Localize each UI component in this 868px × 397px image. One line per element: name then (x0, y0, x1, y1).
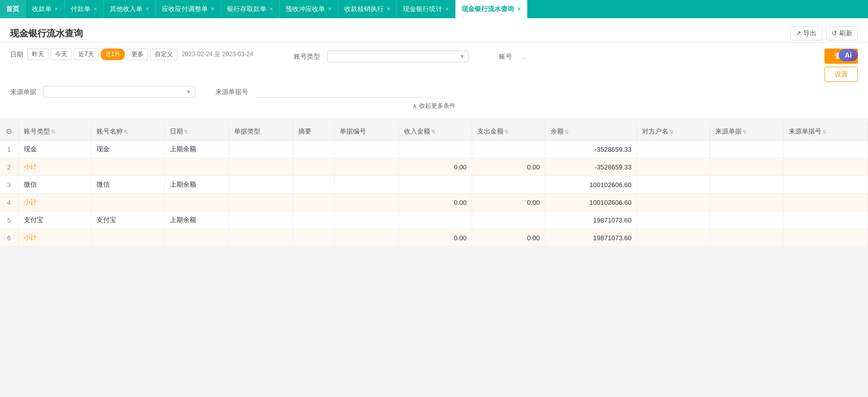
account-type-label: 账号类型 (294, 52, 320, 61)
cell-index: 6 (0, 229, 18, 247)
cell-account_name (92, 229, 165, 247)
col-header-counterpart[interactable]: 对方户名⇅ (637, 123, 710, 141)
cell-source_doc (710, 176, 783, 194)
date-shortcut-更多[interactable]: 更多 (127, 49, 148, 60)
export-label: 导出 (803, 29, 816, 38)
nav-tab-label: 其他收入单 (110, 5, 143, 14)
col-header-doc_type: 单据类型 (229, 123, 293, 141)
col-header-income[interactable]: 收入金额⇅ (399, 123, 472, 141)
nav-home[interactable]: 首页 (0, 0, 26, 18)
col-header-date[interactable]: 日期⇅ (164, 123, 229, 141)
date-shortcut-近1月[interactable]: 近1月 (101, 49, 125, 60)
date-filter-row: 日期 昨天今天近7天近1月更多自定义 2023-02-24 至 2023-03-… (10, 49, 253, 60)
date-label: 日期 (10, 50, 23, 59)
nav-tab-收款核销执行[interactable]: 收款核销执行× (338, 0, 397, 18)
nav-tab-预收冲应收单[interactable]: 预收冲应收单× (280, 0, 338, 18)
date-shortcut-自定义[interactable]: 自定义 (150, 49, 177, 60)
nav-tab-label: 应收应付调整单 (162, 5, 208, 14)
nav-tab-银行存取款单[interactable]: 银行存取款单× (221, 0, 280, 18)
col-header-source_doc[interactable]: 来源单据⇅ (710, 123, 783, 141)
col-header-account_name[interactable]: 账号名称⇅ (92, 123, 165, 141)
cell-date: 上期余额 (164, 211, 229, 229)
close-icon[interactable]: × (445, 6, 449, 13)
cell-counterpart (637, 141, 710, 158)
cell-income: 0.00 (399, 194, 472, 211)
collapse-label: 收起更多条件 (419, 102, 455, 110)
close-icon[interactable]: × (146, 6, 149, 13)
nav-tab-收款单[interactable]: 收款单× (26, 0, 65, 18)
source-doc-select[interactable]: ▾ (43, 86, 195, 98)
col-header-source_doc_no[interactable]: 来源单据号⇅ (783, 123, 867, 141)
cell-income: 0.00 (399, 229, 472, 247)
collapse-bar[interactable]: ∧ 收起更多条件 (10, 100, 858, 112)
nav-tab-付款单[interactable]: 付款单× (65, 0, 104, 18)
cell-summary (293, 194, 335, 211)
cell-index: 3 (0, 176, 18, 194)
close-icon[interactable]: × (269, 6, 273, 13)
close-icon[interactable]: × (517, 6, 521, 13)
table-row: 2小计0.000.00-3528659.33 (0, 158, 868, 176)
cell-source_doc (710, 211, 783, 229)
sort-icon: ⇅ (184, 129, 188, 135)
export-button[interactable]: ↗ 导出 (790, 26, 822, 40)
source-doc-label: 来源单据 (10, 87, 36, 97)
table-header-row: ⚙账号类型⇅账号名称⇅日期⇅单据类型摘要单据编号收入金额⇅支出金额⇅余额⇅对方户… (0, 123, 868, 141)
cell-summary (293, 211, 335, 229)
cell-source_doc_no (783, 229, 867, 247)
cell-source_doc (710, 194, 783, 211)
cell-summary (293, 158, 335, 176)
source-doc-no-input[interactable] (255, 86, 432, 98)
nav-tab-其他收入单[interactable]: 其他收入单× (104, 0, 156, 18)
nav-home-label: 首页 (6, 5, 19, 14)
date-shortcuts: 昨天今天近7天近1月更多自定义 (27, 49, 177, 60)
nav-tab-label: 收款核销执行 (344, 5, 384, 14)
sort-icon: ⇅ (743, 129, 747, 135)
refresh-button[interactable]: ↺ 刷新 (826, 26, 858, 40)
close-icon[interactable]: × (328, 6, 332, 13)
account-type-select[interactable]: ▾ (327, 51, 469, 62)
account-filter: 账号 ... (499, 52, 529, 61)
table-row: 1现金现金上期余额-3528659.33 (0, 141, 868, 158)
cell-balance: -3528659.33 (545, 141, 637, 158)
date-shortcut-近7天[interactable]: 近7天 (74, 49, 99, 60)
cell-index: 5 (0, 211, 18, 229)
settings-button[interactable]: 设置 (825, 67, 858, 82)
cell-account_name: 微信 (92, 176, 165, 194)
cell-date: 上期余额 (164, 141, 229, 158)
close-icon[interactable]: × (387, 6, 390, 13)
close-icon[interactable]: × (55, 6, 58, 13)
main-table: ⚙账号类型⇅账号名称⇅日期⇅单据类型摘要单据编号收入金额⇅支出金额⇅余额⇅对方户… (0, 123, 868, 247)
close-icon[interactable]: × (94, 6, 97, 13)
cell-account_type: 小计 (18, 158, 92, 176)
nav-tab-现金银行流水查询[interactable]: 现金银行流水查询× (455, 0, 527, 18)
account-label: 账号 (499, 52, 512, 61)
nav-tab-现金银行统计[interactable]: 现金银行统计× (397, 0, 455, 18)
nav-tab-label: 收款单 (32, 5, 52, 14)
date-shortcut-今天[interactable]: 今天 (51, 49, 72, 60)
sort-icon: ⇅ (565, 129, 569, 135)
account-type-arrow: ▾ (461, 53, 464, 60)
close-icon[interactable]: × (211, 6, 214, 13)
nav-tab-应收应付调整单[interactable]: 应收应付调整单× (156, 0, 221, 18)
table-row: 6小计0.000.0019871073.60 (0, 229, 868, 247)
gear-icon[interactable]: ⚙ (6, 127, 12, 136)
account-ellipsis[interactable]: ... (519, 52, 529, 61)
nav-tab-label: 现金银行统计 (403, 5, 442, 14)
date-shortcut-昨天[interactable]: 昨天 (27, 49, 49, 60)
sort-icon: ⇅ (669, 129, 673, 135)
collapse-icon: ∧ (413, 103, 417, 110)
cell-index: 4 (0, 194, 18, 211)
cell-account_name: 现金 (92, 141, 165, 158)
cell-source_doc_no (783, 211, 867, 229)
cell-source_doc_no (783, 158, 867, 176)
cell-summary (293, 229, 335, 247)
cell-expense: 0.00 (472, 158, 545, 176)
col-header-account_type[interactable]: 账号类型⇅ (18, 123, 92, 141)
sort-icon: ⇅ (505, 129, 509, 135)
cell-expense (472, 141, 545, 158)
col-header-balance[interactable]: 余额⇅ (545, 123, 637, 141)
cell-doc_no (335, 229, 399, 247)
col-header-expense[interactable]: 支出金额⇅ (472, 123, 545, 141)
cell-expense (472, 176, 545, 194)
ai-badge[interactable]: Ai (839, 49, 858, 61)
